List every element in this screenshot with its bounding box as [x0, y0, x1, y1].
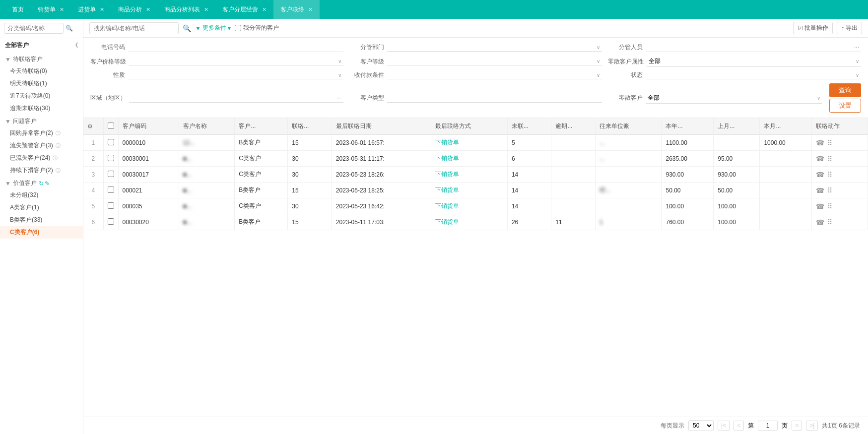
prev-page-btn[interactable]: < [734, 421, 744, 431]
row-last-way-0[interactable]: 下销货单 [431, 135, 507, 151]
row-checkbox-1[interactable] [103, 151, 118, 167]
my-customers-check[interactable] [235, 25, 241, 31]
filter-input-phone[interactable] [128, 43, 343, 52]
nav-home[interactable]: 首页 [5, 0, 31, 19]
more-action-icon-3[interactable]: ⠿ [827, 186, 832, 194]
sidebar-item-class-b[interactable]: B类客户(33) [0, 214, 83, 226]
contact-icon-2[interactable]: ☎ [816, 171, 824, 179]
filter-select-payment[interactable]: ∨ [387, 71, 602, 79]
row-checkbox-2[interactable] [103, 167, 118, 183]
filter-select-retail-attr[interactable]: 全部 ∨ [647, 56, 861, 67]
sidebar-item-churned[interactable]: 已流失客户(24) ⓘ [0, 152, 83, 164]
edit-icon[interactable]: ✎ [45, 180, 50, 187]
toolbar-search-input[interactable] [89, 22, 179, 34]
toolbar-search-icon[interactable]: 🔍 [183, 24, 191, 32]
row-checkbox-5[interactable] [103, 214, 118, 230]
row-last-way-3[interactable]: 下销货单 [431, 183, 507, 198]
filter-select-dept[interactable]: ∨ [387, 44, 602, 52]
sidebar-item-class-a[interactable]: A类客户(1) [0, 201, 83, 214]
th-settings[interactable]: ⚙ [83, 118, 103, 135]
set-btn[interactable]: 设置 [829, 99, 861, 113]
filter-select-retail-cust[interactable]: 全部 ∨ [646, 93, 822, 104]
info-icon-1: ⓘ [56, 130, 61, 137]
nav-sales[interactable]: 销货单 ✕ [31, 0, 71, 19]
sidebar-search-icon[interactable]: 🔍 [66, 25, 73, 32]
sidebar-item-overdue[interactable]: 逾期未联络(30) [0, 102, 83, 115]
page-size-select[interactable]: 50 100 200 [688, 420, 714, 431]
nav-customer-layered[interactable]: 客户分层经营 ✕ [215, 0, 273, 19]
row-last-way-1[interactable]: 下销货单 [431, 151, 507, 167]
filter-area: 区域（地区） ··· [90, 83, 343, 113]
sidebar-item-tomorrow[interactable]: 明天待联络(1) [0, 77, 83, 90]
contact-icon-1[interactable]: ☎ [816, 155, 824, 163]
table-row: 5 000035 ■... C类客户 30 2023-05-23 16:42: … [83, 198, 868, 214]
more-action-icon-2[interactable]: ⠿ [827, 171, 832, 179]
nav-product-analysis[interactable]: 商品分析 ✕ [111, 0, 157, 19]
sidebar-all-customers[interactable]: 全部客户 《 [0, 38, 83, 53]
sidebar-item-7days[interactable]: 近7天待联络(0) [0, 90, 83, 102]
row-checkbox-0[interactable] [103, 135, 118, 151]
page-input[interactable] [758, 421, 778, 431]
row-last-way-5[interactable]: 下销货单 [431, 214, 507, 230]
contact-icon-5[interactable]: ☎ [816, 218, 824, 226]
nav-close-customer-contact[interactable]: ✕ [308, 6, 313, 13]
filter-select-status[interactable]: ∨ [646, 71, 861, 79]
sidebar-item-declining[interactable]: 持续下滑客户(2) ⓘ [0, 164, 83, 177]
contact-icon-0[interactable]: ☎ [816, 139, 824, 147]
sidebar-item-class-c[interactable]: C类客户(6) [0, 226, 83, 239]
first-page-btn[interactable]: |< [718, 421, 730, 431]
export-btn[interactable]: ↑ 导出 [837, 22, 862, 34]
last-page-btn[interactable]: >| [806, 421, 818, 431]
filter-input-cust-type[interactable] [387, 93, 602, 103]
more-conditions-btn[interactable]: ▼ 更多条件 ▾ [195, 24, 231, 32]
filter-dots-area[interactable]: ··· [336, 94, 341, 101]
nav-product-list[interactable]: 商品分析列表 ✕ [157, 0, 215, 19]
settings-icon[interactable]: ⚙ [87, 123, 93, 130]
row-overdue-3 [551, 183, 596, 198]
row-checkbox-4[interactable] [103, 198, 118, 214]
next-page-btn[interactable]: > [792, 421, 802, 431]
row-last-way-4[interactable]: 下销货单 [431, 198, 507, 214]
row-code-3: 000021 [118, 183, 179, 198]
row-last-way-2[interactable]: 下销货单 [431, 167, 507, 183]
top-nav: 首页 销货单 ✕ 进货单 ✕ 商品分析 ✕ 商品分析列表 ✕ 客户分层经营 ✕ … [0, 0, 868, 19]
nav-customer-contact[interactable]: 客户联络 ✕ [273, 0, 320, 19]
select-all-checkbox[interactable] [108, 123, 114, 129]
nav-close-product-list[interactable]: ✕ [204, 6, 208, 13]
sidebar-item-today[interactable]: 今天待联络(0) [0, 65, 83, 77]
nav-purchase[interactable]: 进货单 ✕ [71, 0, 111, 19]
more-action-icon-5[interactable]: ⠿ [827, 218, 832, 226]
sidebar-item-repurchase[interactable]: 回购异常客户(2) ⓘ [0, 127, 83, 139]
nav-close-product-analysis[interactable]: ✕ [146, 6, 150, 13]
batch-operation-btn[interactable]: ☑ 批量操作 [793, 22, 833, 34]
query-btn[interactable]: 查询 [829, 83, 861, 97]
chevron-status: ∨ [856, 72, 859, 78]
th-code: 客户编码 [118, 118, 179, 135]
nav-close-purchase[interactable]: ✕ [100, 6, 104, 13]
total-info: 共1页 6条记录 [822, 422, 860, 430]
row-name-4: ■... [179, 198, 235, 214]
row-num-4: 5 [83, 198, 103, 214]
sidebar-group-pending[interactable]: ▼ 待联络客户 [0, 53, 83, 65]
more-action-icon-4[interactable]: ⠿ [827, 202, 832, 210]
row-contact-4: 30 [288, 198, 332, 214]
check-icon: ☑ [798, 25, 803, 32]
nav-close-customer-layered[interactable]: ✕ [262, 6, 267, 13]
refresh-icon[interactable]: ↻ [39, 180, 44, 187]
filter-select-nature[interactable]: ∨ [128, 71, 343, 79]
sidebar-item-churn-warning[interactable]: 流失预警客户(3) ⓘ [0, 139, 83, 152]
sidebar-group-value[interactable]: ▼ 价值客户 ↻ ✎ [0, 177, 83, 189]
filter-select-price-level[interactable]: ∨ [129, 58, 343, 65]
contact-icon-3[interactable]: ☎ [816, 186, 824, 194]
more-action-icon-0[interactable]: ⠿ [827, 139, 832, 147]
row-checkbox-3[interactable] [103, 183, 118, 198]
sidebar-item-ungrouped[interactable]: 未分组(32) [0, 189, 83, 201]
my-customers-checkbox[interactable]: 我分管的客户 [235, 24, 279, 32]
nav-close-sales[interactable]: ✕ [60, 6, 64, 13]
filter-dots-manager[interactable]: ··· [854, 44, 859, 51]
sidebar-group-problem[interactable]: ▼ 问题客户 [0, 115, 83, 127]
contact-icon-4[interactable]: ☎ [816, 202, 824, 210]
more-action-icon-1[interactable]: ⠿ [827, 155, 832, 163]
sidebar-search-input[interactable] [4, 23, 64, 34]
filter-select-cust-level[interactable]: ∨ [387, 58, 602, 65]
